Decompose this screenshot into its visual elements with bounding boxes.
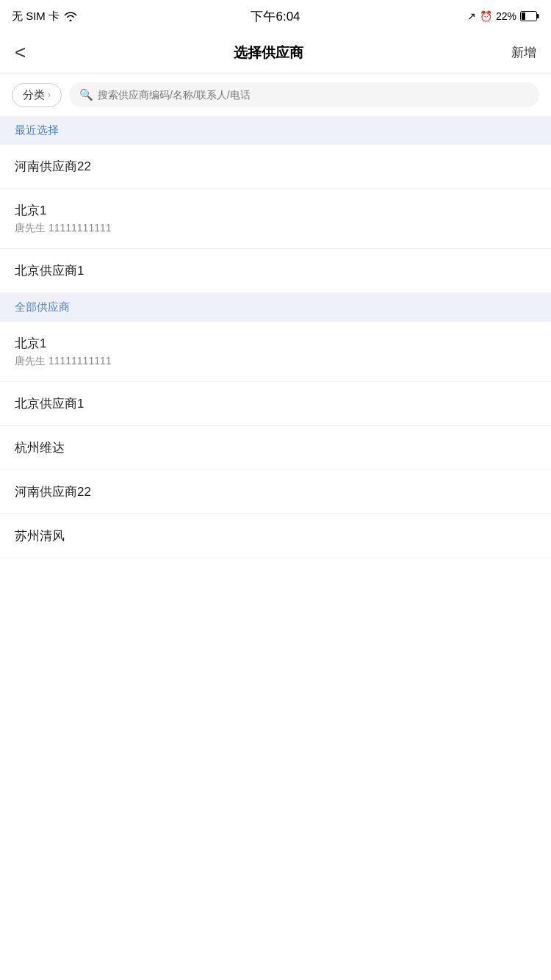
list-item[interactable]: 杭州维达	[0, 426, 551, 470]
add-button[interactable]: 新增	[511, 44, 536, 61]
search-icon: 🔍	[79, 88, 93, 101]
recent-items-list: 河南供应商22 北京1 唐先生 11111111111 北京供应商1	[0, 145, 551, 293]
item-name: 杭州维达	[15, 439, 536, 456]
item-name: 河南供应商22	[15, 483, 536, 500]
item-name: 河南供应商22	[15, 158, 536, 175]
all-section-header: 全部供应商	[0, 293, 551, 322]
all-items-list: 北京1 唐先生 11111111111 北京供应商1 杭州维达 河南供应商22 …	[0, 322, 551, 558]
nav-bar: < 选择供应商 新增	[0, 32, 551, 73]
search-input[interactable]	[98, 89, 529, 101]
page-title: 选择供应商	[234, 43, 303, 62]
list-item[interactable]: 河南供应商22	[0, 145, 551, 189]
alarm-icon: ⏰	[480, 10, 492, 22]
item-name: 北京1	[15, 335, 536, 352]
filter-bar: 分类 › 🔍	[0, 73, 551, 116]
search-box[interactable]: 🔍	[69, 82, 539, 107]
item-name: 北京供应商1	[15, 262, 536, 279]
back-button[interactable]: <	[15, 41, 26, 64]
battery-icon	[520, 11, 539, 21]
category-label: 分类	[23, 88, 45, 102]
list-item[interactable]: 河南供应商22	[0, 470, 551, 514]
status-bar: 无 SIM 卡 下午6:04 ↗ ⏰ 22%	[0, 0, 551, 32]
status-left: 无 SIM 卡	[12, 10, 77, 24]
list-item[interactable]: 苏州清风	[0, 514, 551, 558]
svg-rect-1	[537, 14, 539, 18]
battery-label: 22%	[496, 10, 516, 22]
svg-rect-2	[522, 12, 525, 20]
category-button[interactable]: 分类 ›	[12, 83, 62, 107]
status-time: 下午6:04	[251, 8, 300, 25]
item-name: 北京1	[15, 202, 536, 219]
item-name: 北京供应商1	[15, 395, 536, 412]
recent-section-header: 最近选择	[0, 116, 551, 145]
all-section-label: 全部供应商	[15, 300, 70, 313]
wifi-icon	[64, 11, 77, 21]
list-item[interactable]: 北京供应商1	[0, 382, 551, 426]
list-item[interactable]: 北京1 唐先生 11111111111	[0, 322, 551, 382]
recent-section-label: 最近选择	[15, 123, 59, 136]
list-item[interactable]: 北京供应商1	[0, 249, 551, 293]
location-icon: ↗	[467, 10, 476, 22]
item-contact: 唐先生 11111111111	[15, 222, 536, 235]
list-item[interactable]: 北京1 唐先生 11111111111	[0, 189, 551, 249]
item-name: 苏州清风	[15, 527, 536, 544]
status-right: ↗ ⏰ 22%	[467, 10, 539, 22]
chevron-right-icon: ›	[48, 90, 51, 100]
item-contact: 唐先生 11111111111	[15, 355, 536, 368]
no-sim-label: 无 SIM 卡	[12, 10, 60, 24]
